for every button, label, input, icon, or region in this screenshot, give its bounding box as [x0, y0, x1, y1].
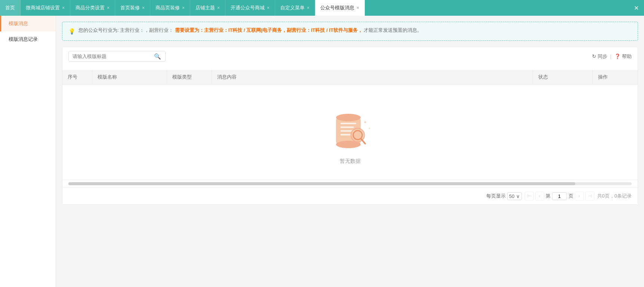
nav-tab-category-settings-label: 商品分类设置 — [76, 4, 105, 11]
close-product-decor-icon[interactable]: × — [182, 5, 185, 10]
nav-tab-category-settings[interactable]: 商品分类设置 × — [70, 0, 115, 16]
table-header: 序号 模版名称 模版类型 消息内容 状态 操作 — [62, 70, 638, 85]
nav-tab-product-decor-label: 商品页装修 — [155, 4, 180, 11]
nav-tab-template-msg-label: 公众号模版消息 — [320, 4, 354, 11]
nav-tab-homepage-decor-label: 首页装修 — [120, 4, 140, 11]
th-status: 状态 — [533, 70, 593, 84]
nav-tab-homepage-decor[interactable]: 首页装修 × — [115, 0, 150, 16]
scrollbar-area[interactable] — [62, 180, 638, 187]
sidebar: 模版消息 模版消息记录 — [0, 16, 56, 287]
nav-tab-custom-menu[interactable]: 自定义菜单 × — [275, 0, 315, 16]
help-label: 帮助 — [622, 53, 632, 60]
page-prefix: 第 — [546, 193, 551, 199]
nav-tab-template-msg[interactable]: 公众号模版消息 × — [315, 0, 365, 16]
last-page-button[interactable]: ⊣ — [585, 192, 594, 201]
nav-tab-store-theme-label: 店铺主题 — [195, 4, 215, 11]
scrollbar-thumb[interactable] — [68, 182, 575, 185]
notice-banner: 💡 您的公众号行业为: 主营行业：，副营行业： 需要设置为：主营行业：IT科技 … — [62, 22, 638, 41]
svg-rect-7 — [341, 134, 352, 135]
content-area: 💡 您的公众号行业为: 主营行业：，副营行业： 需要设置为：主营行业：IT科技 … — [56, 16, 644, 287]
close-category-settings-icon[interactable]: × — [107, 5, 110, 10]
svg-text:✦: ✦ — [368, 127, 371, 130]
scrollbar-track[interactable] — [68, 182, 632, 185]
th-index: 序号 — [62, 70, 92, 84]
page-unit: 页 — [568, 193, 573, 199]
page-size-label: 每页显示 — [486, 193, 506, 199]
empty-illustration: ✦ ✦ — [328, 107, 373, 152]
page-size-arrow-icon: ∨ — [516, 193, 520, 199]
first-page-button[interactable]: ⊢ — [525, 192, 534, 201]
close-store-theme-icon[interactable]: × — [217, 5, 220, 10]
sync-icon: ↻ — [592, 54, 596, 59]
pagination-bar: 每页显示 50 ∨ ⊢ ‹ 第 页 › ⊣ — [62, 187, 638, 204]
nav-tab-shop-settings[interactable]: 微商城店铺设置 × — [21, 0, 70, 16]
notice-suffix: 才能正常发送预置的消息。 — [364, 27, 422, 33]
notice-text: 您的公众号行业为: 主营行业：，副营行业： 需要设置为：主营行业：IT科技 / … — [78, 27, 422, 34]
notice-prefix: 您的公众号行业为: 主营行业：，副营行业： — [78, 27, 173, 33]
nav-tab-home-label: 首页 — [5, 4, 15, 11]
nav-tab-home[interactable]: 首页 — [0, 0, 21, 16]
page-size-value: 50 — [509, 193, 514, 199]
search-input[interactable] — [69, 51, 151, 61]
svg-text:✦: ✦ — [363, 120, 367, 125]
nav-tab-open-mall[interactable]: 开通公众号商城 × — [225, 0, 275, 16]
search-input-wrap: 🔍 — [68, 51, 166, 62]
empty-text: 暂无数据 — [340, 158, 361, 165]
th-name: 模版名称 — [92, 70, 167, 84]
next-page-button[interactable]: › — [575, 192, 584, 201]
page-input-wrap: 第 页 — [546, 192, 573, 200]
sync-button[interactable]: ↻ 同步 — [592, 53, 607, 60]
search-button[interactable]: 🔍 — [151, 53, 164, 60]
nav-tab-open-mall-label: 开通公众号商城 — [231, 4, 265, 11]
page-number-input[interactable] — [552, 192, 567, 200]
th-actions: 操作 — [593, 70, 638, 84]
search-bar: 🔍 ↻ 同步 | ❓ 帮助 — [62, 47, 638, 65]
help-icon: ❓ — [614, 54, 620, 59]
total-info: 共0页，0条记录 — [597, 193, 632, 199]
prev-page-button[interactable]: ‹ — [535, 192, 544, 201]
svg-rect-5 — [341, 126, 354, 128]
close-shop-settings-icon[interactable]: × — [62, 5, 65, 10]
nav-tab-custom-menu-label: 自定义菜单 — [280, 4, 305, 11]
sidebar-item-template-history-label: 模版消息记录 — [9, 36, 38, 42]
empty-state: ✦ ✦ 暂无数据 — [62, 85, 638, 180]
close-custom-menu-icon[interactable]: × — [307, 5, 309, 10]
th-content: 消息内容 — [212, 70, 533, 84]
page-size-dropdown[interactable]: 50 ∨ — [507, 192, 521, 200]
page-nav: ⊢ ‹ 第 页 › ⊣ — [525, 192, 594, 201]
close-homepage-decor-icon[interactable]: × — [142, 5, 145, 10]
th-type: 模版类型 — [167, 70, 212, 84]
search-actions: ↻ 同步 | ❓ 帮助 — [592, 53, 632, 60]
sync-label: 同步 — [598, 53, 607, 60]
sidebar-item-template-msg[interactable]: 模版消息 — [0, 16, 56, 31]
close-open-mall-icon[interactable]: × — [267, 5, 269, 10]
help-button[interactable]: ❓ 帮助 — [614, 53, 632, 60]
divider: | — [610, 54, 611, 59]
page-size-select: 每页显示 50 ∨ — [486, 192, 521, 200]
nav-tab-shop-settings-label: 微商城店铺设置 — [26, 4, 60, 11]
nav-tab-store-theme[interactable]: 店铺主题 × — [190, 0, 225, 16]
notice-highlight: 需要设置为：主营行业：IT科技 / 互联网|电子商务，副营行业：IT科技 / I… — [175, 27, 363, 33]
nav-tab-product-decor[interactable]: 商品页装修 × — [150, 0, 190, 16]
svg-point-2 — [336, 114, 361, 121]
svg-rect-4 — [341, 123, 356, 124]
table-container: 🔍 ↻ 同步 | ❓ 帮助 序号 — [62, 47, 638, 205]
close-template-msg-icon[interactable]: × — [357, 5, 359, 10]
bulb-icon: 💡 — [68, 27, 76, 36]
sidebar-item-template-msg-label: 模版消息 — [9, 21, 28, 26]
close-all-tabs-button[interactable]: ✕ — [629, 4, 644, 12]
top-nav: 首页 微商城店铺设置 × 商品分类设置 × 首页装修 × 商品页装修 × 店铺主… — [0, 0, 644, 16]
main-layout: 模版消息 模版消息记录 💡 您的公众号行业为: 主营行业：，副营行业： 需要设置… — [0, 16, 644, 287]
sidebar-item-template-history[interactable]: 模版消息记录 — [0, 31, 56, 47]
